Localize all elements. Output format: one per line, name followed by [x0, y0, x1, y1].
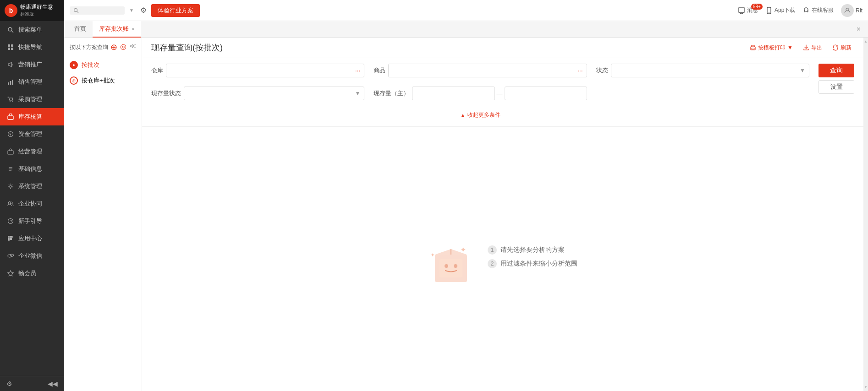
filter-area: 仓库 ··· 商品 ··· [142, 58, 863, 127]
scheme-by-warehouse-batch[interactable]: ◎ 按仓库+批次 [64, 73, 142, 88]
export-btn[interactable]: 导出 [800, 43, 825, 53]
svg-point-19 [10, 185, 11, 187]
svg-text:¥: ¥ [10, 133, 11, 136]
sidebar-item-search[interactable]: 搜索菜单 [0, 21, 64, 38]
warehouse-input[interactable]: ··· [166, 64, 364, 77]
sidebar-enterprise-label: 企业协同 [18, 200, 42, 208]
print-icon [750, 44, 756, 51]
warehouse-filter: 仓库 ··· [151, 64, 364, 77]
sidebar-item-finance[interactable]: ¥ 资金管理 [0, 125, 64, 143]
svg-rect-7 [8, 82, 9, 85]
product-dots[interactable]: ··· [577, 67, 583, 74]
stock-qty-max-input[interactable] [505, 87, 587, 100]
stock-qty-min-input[interactable] [412, 87, 494, 100]
sidebar-item-wechat[interactable]: 企业微信 [0, 247, 64, 265]
print-btn[interactable]: 按模板打印 ▼ [747, 43, 796, 53]
user-avatar[interactable]: Rit [841, 4, 863, 17]
gear-icon [6, 182, 15, 190]
product-label: 商品 [374, 66, 385, 75]
svg-rect-26 [8, 238, 10, 240]
sidebar-item-marketing[interactable]: 营销推广 [0, 56, 64, 73]
refresh-btn[interactable]: 刷新 [830, 43, 854, 53]
online-service-btn[interactable]: 在线客服 [802, 6, 834, 14]
step-2-num: 2 [488, 259, 497, 268]
scheme-settings-btn[interactable]: ◎ [120, 42, 126, 52]
app-download-btn[interactable]: App下载 [765, 6, 795, 14]
headset-icon [802, 7, 810, 14]
right-scrollbar[interactable]: ▲ ▼ [863, 38, 868, 391]
search-box[interactable] [70, 6, 125, 15]
sidebar-logo: b [5, 4, 17, 17]
empty-state-icon: ✦ ✦ [428, 236, 474, 282]
warehouse-text-input[interactable] [170, 67, 355, 74]
scrollbar-down-icon[interactable]: ▼ [864, 385, 868, 389]
sidebar-item-inventory[interactable]: 库存核算 [0, 108, 64, 125]
tab-close-icon[interactable]: × [132, 26, 134, 32]
export-icon [803, 44, 809, 51]
tab-home[interactable]: 首页 [68, 21, 93, 38]
status-label: 状态 [596, 66, 608, 75]
stock-status-select[interactable]: ▼ [184, 87, 364, 100]
filter-action-btns: 查询 设置 [819, 64, 854, 94]
svg-point-43 [445, 264, 448, 268]
svg-point-11 [12, 101, 13, 102]
svg-line-1 [12, 31, 14, 33]
collapse-more-btn[interactable]: ▲ 收起更多条件 [151, 109, 809, 121]
filter-settings-btn[interactable]: 设置 [819, 80, 854, 94]
vip-icon [6, 269, 15, 277]
tab-batch-stock[interactable]: 库存批次账 × [93, 21, 141, 38]
sidebar-nav: 搜索菜单 快捷导航 营销推广 销售管理 采购管理 [0, 21, 64, 376]
svg-text:?: ? [10, 219, 12, 223]
range-dash: — [495, 90, 505, 97]
svg-point-44 [454, 264, 457, 268]
svg-rect-24 [10, 236, 12, 238]
svg-point-36 [769, 12, 769, 12]
scheme-panel-collapse-btn[interactable]: ≪ [129, 42, 136, 52]
scheme-by-batch[interactable]: ● 按批次 [64, 57, 142, 73]
sidebar-item-quicknav[interactable]: 快捷导航 [0, 38, 64, 56]
sidebar-item-purchase[interactable]: 采购管理 [0, 91, 64, 108]
close-all-tabs-btn[interactable]: × [853, 25, 864, 33]
search-input[interactable] [81, 8, 117, 13]
sidebar-finance-label: 资金管理 [18, 130, 42, 138]
svg-point-10 [10, 101, 11, 102]
query-btn[interactable]: 查询 [819, 64, 854, 77]
page-title: 现存量查询(按批次) [151, 42, 223, 53]
settings-footer-icon[interactable]: ⚙ [6, 380, 12, 387]
sidebar-member-label: 畅会员 [18, 269, 36, 277]
scrollbar-up-icon[interactable]: ▲ [864, 39, 868, 43]
product-text-input[interactable] [392, 67, 577, 74]
svg-point-20 [9, 202, 11, 204]
sidebar-item-member[interactable]: 畅会员 [0, 265, 64, 282]
warehouse-dots[interactable]: ··· [355, 67, 361, 74]
refresh-icon [832, 44, 839, 51]
sidebar-item-operations[interactable]: 经营管理 [0, 143, 64, 160]
sidebar-item-appcenter[interactable]: 应用中心 [0, 230, 64, 247]
print-dropdown-icon[interactable]: ▼ [787, 44, 793, 51]
svg-text:✦: ✦ [460, 246, 466, 254]
trial-btn[interactable]: 体验行业方案 [151, 4, 200, 17]
stock-status-filter: 现存量状态 ▼ [151, 87, 364, 100]
search-icon [73, 8, 79, 13]
add-scheme-btn[interactable]: ⊕ [110, 42, 117, 52]
status-select-wrapper[interactable]: ▼ [611, 64, 809, 77]
filter-row-2: 现存量状态 ▼ 现存量（主） — [151, 87, 809, 100]
product-input[interactable]: ··· [388, 64, 587, 77]
apps-icon [6, 234, 15, 243]
sidebar-item-basics[interactable]: 基础信息 [0, 160, 64, 178]
sidebar-item-system[interactable]: 系统管理 [0, 178, 64, 195]
sidebar-item-newuser[interactable]: ? 新手引导 [0, 212, 64, 230]
cart-icon [6, 95, 15, 103]
wechat-icon [6, 252, 15, 260]
svg-rect-28 [8, 240, 10, 241]
sidebar-item-sales[interactable]: 销售管理 [0, 73, 64, 91]
settings-icon[interactable]: ⚙ [140, 6, 147, 15]
messages-btn[interactable]: 消息 99+ [738, 6, 758, 14]
svg-line-33 [77, 11, 78, 13]
status-chevron-icon: ▼ [800, 67, 805, 74]
svg-rect-42 [439, 259, 462, 277]
collapse-footer-icon[interactable]: ◀◀ [48, 380, 58, 387]
search-chevron-icon[interactable]: ▼ [129, 8, 134, 13]
sidebar-inventory-label: 库存核算 [18, 113, 42, 121]
sidebar-item-enterprise[interactable]: 企业协同 [0, 195, 64, 212]
